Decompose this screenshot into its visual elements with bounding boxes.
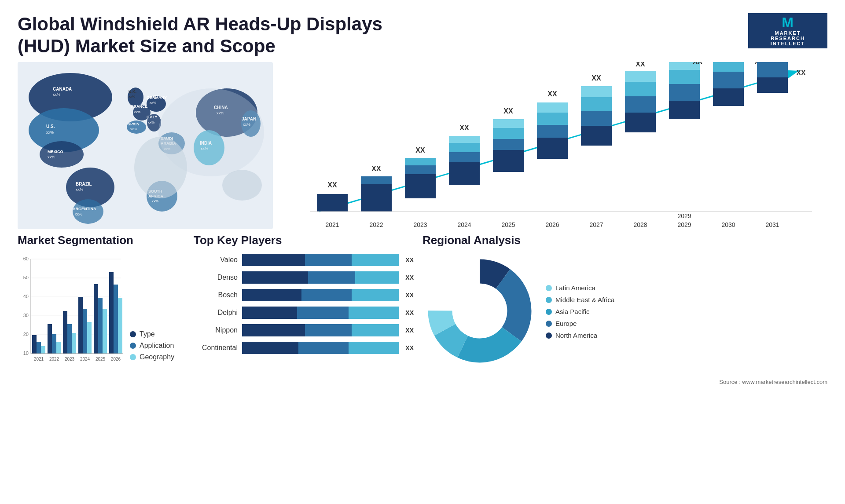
svg-rect-70	[493, 150, 524, 172]
svg-rect-127	[48, 324, 52, 354]
svg-rect-106	[757, 77, 788, 93]
svg-rect-129	[56, 342, 61, 354]
market-size-chart: XX 2021 XX 2022 XX 2023	[286, 62, 827, 234]
regional-panel: Regional Analysis	[422, 234, 827, 370]
svg-rect-59	[405, 174, 436, 198]
svg-rect-66	[449, 143, 480, 152]
mea-color	[546, 297, 552, 303]
delphi-seg1	[242, 307, 297, 319]
svg-text:MEXICO: MEXICO	[48, 150, 63, 154]
europe-color	[546, 321, 552, 327]
svg-rect-90	[625, 82, 656, 96]
svg-text:2024: 2024	[457, 221, 471, 228]
svg-text:ARGENTINA: ARGENTINA	[73, 207, 96, 211]
seg-chart-svg: 60 50 40 30 20 10	[18, 254, 123, 368]
svg-text:2025: 2025	[501, 221, 515, 228]
svg-rect-94	[669, 101, 700, 119]
svg-rect-89	[625, 96, 656, 113]
svg-rect-103	[713, 62, 744, 72]
legend-type: Type	[130, 330, 174, 338]
continental-seg2	[298, 342, 349, 354]
svg-text:XX: XX	[371, 165, 381, 172]
svg-rect-131	[63, 311, 67, 354]
nippon-seg1	[242, 324, 305, 336]
svg-point-12	[73, 199, 103, 224]
svg-text:2024: 2024	[80, 357, 90, 362]
svg-rect-91	[625, 71, 656, 82]
svg-text:xx%: xx%	[53, 92, 60, 97]
world-map: CANADA xx% U.S. xx% MEXICO xx% BRAZIL xx…	[18, 62, 273, 229]
legend-application: Application	[130, 342, 174, 350]
svg-rect-139	[94, 284, 98, 354]
svg-text:BRAZIL: BRAZIL	[76, 182, 92, 186]
svg-rect-65	[449, 152, 480, 162]
svg-rect-144	[114, 285, 118, 354]
player-name-valeo: Valeo	[194, 256, 238, 264]
svg-rect-123	[32, 335, 37, 354]
segmentation-title: Market Segmentation	[18, 234, 185, 247]
logo-line1: MARKET	[775, 30, 801, 36]
svg-text:xx%: xx%	[75, 212, 82, 216]
bosch-xx: XX	[405, 292, 414, 299]
svg-text:30: 30	[23, 313, 29, 318]
svg-text:GERMANY: GERMANY	[147, 95, 167, 100]
svg-rect-124	[37, 342, 41, 354]
player-valeo: Valeo XX	[194, 254, 414, 266]
svg-text:40: 40	[23, 294, 29, 299]
svg-rect-136	[83, 309, 87, 354]
svg-rect-79	[537, 102, 568, 113]
svg-text:U.S.: U.S.	[46, 124, 55, 129]
svg-text:xx%: xx%	[152, 199, 158, 203]
player-bar-nippon	[242, 324, 399, 336]
type-color	[130, 331, 136, 337]
bosch-seg3	[352, 289, 399, 301]
player-bar-valeo	[242, 254, 399, 266]
svg-rect-125	[41, 346, 45, 354]
player-bar-denso	[242, 271, 399, 284]
player-delphi: Delphi XX	[194, 307, 414, 319]
svg-text:XX: XX	[547, 90, 557, 98]
svg-text:XX: XX	[459, 124, 469, 131]
logo-line2: RESEARCH	[771, 36, 805, 41]
svg-rect-78	[537, 113, 568, 125]
player-name-bosch: Bosch	[194, 291, 238, 299]
valeo-seg2	[305, 254, 352, 266]
svg-text:ITALY: ITALY	[147, 115, 158, 119]
company-logo: M MARKET RESEARCH INTELLECT	[748, 13, 827, 48]
svg-text:2031: 2031	[765, 221, 779, 228]
segmentation-panel: Market Segmentation 60 50 40 30 20 10	[18, 234, 185, 370]
svg-rect-133	[72, 333, 76, 354]
donut-chart	[422, 254, 537, 370]
regional-asia-pacific: Asia Pacific	[546, 308, 614, 315]
legend-geography: Geography	[130, 353, 174, 361]
svg-rect-64	[449, 162, 480, 185]
svg-rect-56	[361, 176, 392, 184]
svg-rect-85	[581, 86, 612, 97]
svg-rect-61	[405, 158, 436, 165]
north-america-label: North America	[555, 332, 597, 339]
player-continental: Continental XX	[194, 342, 414, 354]
svg-text:2026: 2026	[111, 357, 121, 362]
svg-text:2022: 2022	[49, 357, 59, 362]
svg-text:xx%: xx%	[76, 187, 83, 192]
svg-rect-52	[317, 194, 348, 212]
type-label: Type	[140, 330, 155, 338]
application-color	[130, 343, 136, 349]
denso-seg1	[242, 271, 308, 284]
canada-label: CANADA	[53, 87, 72, 91]
segmentation-content: 60 50 40 30 20 10	[18, 254, 185, 370]
europe-label: Europe	[555, 320, 577, 327]
svg-text:50: 50	[23, 275, 29, 280]
svg-text:2028: 2028	[633, 221, 647, 228]
svg-rect-101	[713, 88, 744, 106]
latin-america-color	[546, 285, 552, 291]
valeo-seg3	[352, 254, 399, 266]
player-name-nippon: Nippon	[194, 326, 238, 334]
asia-pacific-label: Asia Pacific	[555, 308, 590, 315]
player-bosch: Bosch XX	[194, 289, 414, 301]
regional-north-america: North America	[546, 332, 614, 339]
players-title: Top Key Players	[194, 234, 414, 247]
player-bar-bosch	[242, 289, 399, 301]
svg-rect-60	[405, 165, 436, 174]
svg-rect-84	[581, 97, 612, 111]
